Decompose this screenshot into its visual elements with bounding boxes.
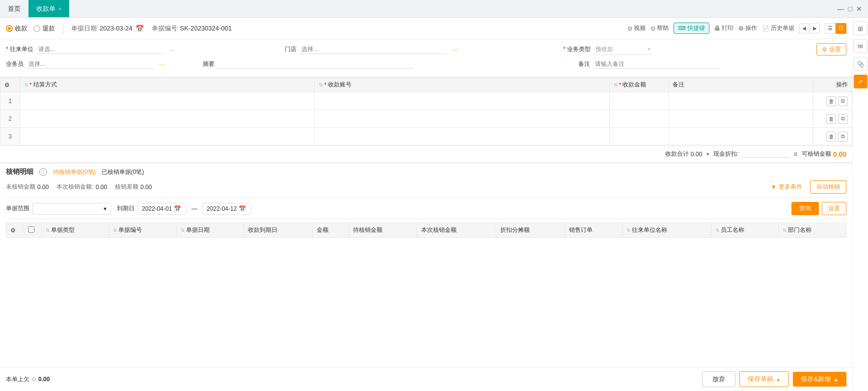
pending-tab[interactable]: 待核销单据(0笔) — [53, 168, 96, 176]
tab-collection[interactable]: 收款单 × — [28, 0, 69, 17]
staff-more-btn[interactable]: ··· — [157, 60, 167, 68]
radio-dot-refund — [33, 25, 40, 32]
done-tab[interactable]: 已核销单据(0笔) — [102, 168, 144, 176]
main-toolbar: 收款 退款 单据日期 2023-03-24 📅 单据编号 SK-20230324… — [0, 18, 852, 39]
info-icon[interactable]: i — [39, 168, 47, 176]
account-1[interactable] — [315, 92, 609, 110]
select-all-checkbox[interactable] — [28, 226, 34, 233]
range-select[interactable]: ▾ — [32, 203, 111, 215]
th-this-writeoff: 本次核销金额 — [417, 223, 496, 238]
gear-icon: ⚙ — [822, 46, 827, 53]
th-sales-order: 销售订单 — [565, 223, 623, 238]
copy-icon-3[interactable]: ⧉ — [838, 132, 848, 141]
calendar-to-icon: 📅 — [239, 205, 246, 212]
total-item: 收款合计 0.00 — [665, 150, 702, 158]
th-doc-date: ⇅单据日期 — [176, 223, 244, 238]
date-to-input[interactable]: 2022-04-12 📅 — [202, 203, 251, 215]
id-field: 单据编号 SK-20230324-001 — [152, 24, 232, 33]
range-field: 单据范围 ▾ — [6, 203, 111, 215]
table-row: 3 🗑 ⧉ — [0, 128, 852, 145]
table-row: 1 🗑 ⧉ — [0, 92, 852, 110]
minimize-btn[interactable]: — — [838, 5, 844, 13]
account-2[interactable] — [315, 110, 609, 128]
amount-2[interactable] — [609, 110, 668, 128]
settle-method-3[interactable] — [20, 128, 315, 145]
table-gear-th[interactable]: ⚙ — [0, 78, 20, 92]
help-link[interactable]: ⊙ 帮助 — [651, 24, 669, 32]
print-link[interactable]: 🖶 打印 — [714, 24, 733, 32]
action-1: 🗑 ⧉ — [813, 92, 852, 110]
summary-row: 收款合计 0.00 + 现金折扣: = 可核销金额 0.00 — [0, 146, 852, 163]
footer-info: 本单上欠 ⊙ 0.00 — [6, 375, 50, 384]
th-account: ⇅ *收款账号 — [315, 78, 609, 92]
save-new-btn[interactable]: 保存&新增 ▲ — [793, 372, 846, 387]
video-link[interactable]: ⊙ 视频 — [627, 24, 646, 32]
copy-icon-2[interactable]: ⧉ — [838, 114, 848, 124]
filter-actions: 查询 设置 — [791, 202, 846, 215]
prev-arrow[interactable]: ◀ — [799, 24, 809, 33]
bottom-table: ⚙ ⇅单据类型 ⇅单据编号 — [6, 223, 846, 238]
writeoff-section: 核销明细 i 待核销单据(0笔) 已核销单据(0笔) 未核销金额 0.00 本次… — [0, 163, 852, 242]
radio-refund[interactable]: 退款 — [33, 24, 55, 33]
business-type-select[interactable]: 预收款 ▾ — [594, 44, 652, 55]
more-conditions-btn[interactable]: ▼ 更多条件 — [771, 183, 802, 191]
history-link[interactable]: 📄 历史单据 — [762, 24, 794, 32]
store-more-btn[interactable]: ··· — [450, 46, 460, 54]
th-operations: 操作 — [813, 78, 852, 92]
delete-icon-3[interactable]: 🗑 — [826, 132, 836, 141]
form-view-btn[interactable]: ☷ — [836, 23, 846, 34]
delete-icon-1[interactable]: 🗑 — [826, 96, 836, 106]
date-field: 单据日期 2023-03-24 📅 — [71, 24, 144, 33]
save-draft-btn[interactable]: 保存草稿 ▲ — [739, 371, 789, 387]
note-2[interactable] — [668, 110, 813, 128]
sidebar-table-icon[interactable]: ⊞ — [854, 22, 868, 35]
table-row: 2 🗑 ⧉ — [0, 110, 852, 128]
next-arrow[interactable]: ▶ — [810, 24, 820, 33]
auto-writeoff-btn[interactable]: 自动核销 — [810, 180, 846, 194]
abandon-btn[interactable]: 放弃 — [702, 371, 735, 387]
amount-1[interactable] — [609, 92, 668, 110]
th-staff: ⇅员工名称 — [711, 223, 778, 238]
counterpart-more-btn[interactable]: ··· — [167, 46, 177, 54]
note-1[interactable] — [668, 92, 813, 110]
filter-settings-btn[interactable]: 设置 — [822, 202, 846, 215]
section-title: 核销明细 — [6, 168, 33, 176]
close-btn[interactable]: ✕ — [856, 5, 862, 13]
th-dept: ⇅部门名称 — [779, 223, 846, 238]
account-3[interactable] — [315, 128, 609, 145]
settle-method-2[interactable] — [20, 110, 315, 128]
note-input[interactable] — [593, 59, 721, 69]
sidebar-email-icon[interactable]: ✉ — [854, 39, 868, 53]
action-3: 🗑 ⧉ — [813, 128, 852, 145]
staff-input[interactable] — [27, 59, 154, 69]
settle-method-1[interactable] — [20, 92, 315, 110]
right-sidebar: ⊞ ✉ 📎 ⤢ — [852, 18, 868, 391]
th-due-date: 收款到期日 — [244, 223, 312, 238]
calendar-icon[interactable]: 📅 — [136, 25, 144, 32]
counterpart-input[interactable] — [36, 45, 164, 54]
radio-collection[interactable]: 收款 — [6, 24, 27, 33]
summary-input[interactable] — [217, 59, 414, 69]
form-settings-btn[interactable]: ⚙ 设置 — [816, 43, 846, 56]
discount-input[interactable] — [741, 150, 790, 158]
delete-icon-2[interactable]: 🗑 — [826, 114, 836, 124]
th-note: 备注 — [668, 78, 813, 92]
tab-home[interactable]: 首页 — [0, 0, 28, 17]
store-input[interactable] — [299, 45, 447, 54]
tab-bar: 首页 收款单 × — □ ✕ — [0, 0, 868, 18]
sidebar-attachment-icon[interactable]: 📎 — [854, 57, 868, 71]
tab-close-icon[interactable]: × — [58, 6, 61, 12]
date-from-input[interactable]: 2022-04-01 📅 — [137, 203, 187, 215]
maximize-btn[interactable]: □ — [848, 5, 852, 13]
query-btn[interactable]: 查询 — [791, 202, 819, 215]
sidebar-expand-icon[interactable]: ⤢ — [854, 75, 868, 88]
shortcut-btn[interactable]: ⌨ 快捷键 — [674, 23, 709, 34]
toolbar-right: ⊙ 视频 ⊙ 帮助 ⌨ 快捷键 🖶 打印 ⚙ 操作 📄 历史单据 ◀ ▶ ☰ ☷ — [627, 23, 846, 34]
note-3[interactable] — [668, 128, 813, 145]
amount-3[interactable] — [609, 128, 668, 145]
list-view-btn[interactable]: ☰ — [825, 23, 836, 34]
bottom-gear-th[interactable]: ⚙ — [6, 223, 24, 238]
operations-link[interactable]: ⚙ 操作 — [738, 24, 757, 32]
th-pending: 待核销金额 — [349, 223, 417, 238]
copy-icon-1[interactable]: ⧉ — [838, 96, 848, 106]
